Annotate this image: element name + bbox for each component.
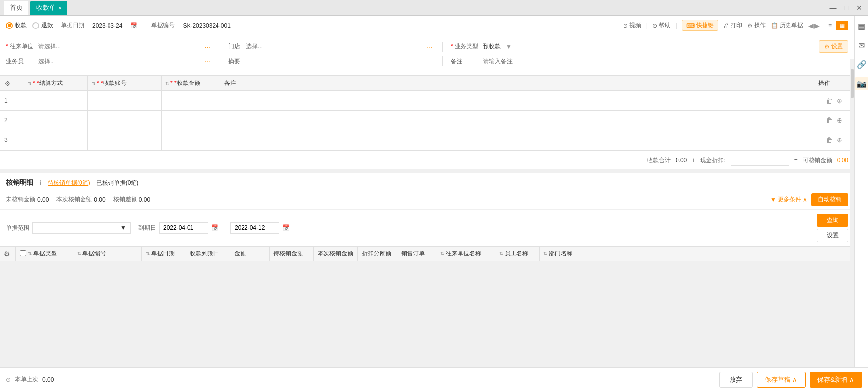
- tab-close-icon[interactable]: ×: [58, 5, 61, 11]
- main-content: 收款 退款 单据日期 2023-03-24 📅 单据编号 SK-20230324…: [0, 16, 854, 285]
- section-divider: [0, 169, 854, 173]
- row-3-copy-icon[interactable]: ⊕: [836, 135, 843, 145]
- row-3-account[interactable]: [88, 130, 162, 150]
- this-amount-item: 本次核销金额 0.00: [56, 196, 105, 204]
- note-input[interactable]: [480, 57, 848, 66]
- row-3-actions: 🗑 ⊕: [814, 130, 854, 150]
- unverified-value: 0.00: [37, 196, 49, 203]
- table-settings-gear[interactable]: ⚙: [4, 80, 11, 87]
- staff-name-label: 员工名称: [505, 250, 528, 257]
- doc-date-sort: ⇅: [146, 251, 150, 256]
- row-1-amount[interactable]: [162, 91, 220, 110]
- due-date-label: 到期日: [138, 224, 156, 232]
- row-1-settlement[interactable]: [24, 91, 88, 110]
- row-2-settlement[interactable]: [24, 111, 88, 130]
- calendar-icon[interactable]: 📅: [130, 22, 137, 29]
- bth-pending-amount: 待核销金额: [270, 247, 314, 261]
- scrollbar-thumb[interactable]: [851, 69, 854, 98]
- row-2-delete-icon[interactable]: 🗑: [825, 115, 834, 125]
- next-arrow[interactable]: ▶: [814, 22, 820, 29]
- row-3-note[interactable]: [220, 130, 814, 150]
- shortcut-btn[interactable]: ⌨ 快捷键: [682, 20, 718, 31]
- settings-gear-icon: ⚙: [824, 43, 830, 50]
- maximize-btn[interactable]: □: [842, 3, 850, 13]
- receipt-type-group: 收款 退款: [6, 21, 53, 29]
- table-row: 2 🗑 ⊕: [0, 111, 854, 130]
- row-2-note[interactable]: [220, 111, 814, 130]
- row-1-copy-icon[interactable]: ⊕: [836, 96, 843, 106]
- email-sidebar-icon[interactable]: ✉: [856, 39, 867, 52]
- business-type-label: 业务类型: [451, 42, 480, 51]
- separator2: |: [676, 22, 677, 29]
- receipt-radio-label: 收款: [15, 21, 27, 29]
- refund-radio[interactable]: 退款: [32, 21, 53, 29]
- summary-input[interactable]: [243, 57, 434, 66]
- operation-link[interactable]: ⚙ 操作: [747, 21, 766, 29]
- auto-verify-btn[interactable]: 自动核销: [811, 193, 848, 206]
- close-btn[interactable]: ✕: [854, 3, 864, 13]
- table-row: 3 🗑 ⊕: [0, 130, 854, 150]
- counterpart-more-icon[interactable]: ···: [202, 43, 212, 51]
- print-link[interactable]: 🖨 打印: [723, 21, 742, 29]
- print-icon: 🖨: [723, 22, 729, 29]
- calendar-from-icon[interactable]: 📅: [211, 224, 218, 231]
- divider2: [442, 42, 443, 52]
- pending-tab[interactable]: 待核销单据(0笔): [48, 179, 90, 187]
- table-sidebar-icon[interactable]: ▤: [856, 20, 867, 33]
- shortcut-icon: ⌨: [686, 22, 695, 29]
- store-more-icon[interactable]: ···: [425, 43, 434, 51]
- dept-sort: ⇅: [543, 251, 547, 256]
- equals-sign: =: [794, 157, 798, 164]
- bth-due-date: 收款到期日: [186, 247, 230, 261]
- date-from-input[interactable]: [159, 222, 208, 234]
- row-3-delete-icon[interactable]: 🗑: [825, 135, 834, 145]
- settings-button[interactable]: ⚙ 设置: [819, 40, 848, 53]
- list-view-btn[interactable]: ≡: [825, 21, 835, 30]
- row-2-copy-icon[interactable]: ⊕: [836, 115, 843, 125]
- business-type-dropdown[interactable]: ▼: [506, 43, 512, 50]
- tab-home[interactable]: 首页: [4, 1, 28, 15]
- store-input[interactable]: [243, 42, 425, 51]
- range-select[interactable]: ▼: [32, 222, 131, 234]
- row-3-amount[interactable]: [162, 130, 220, 150]
- video-link[interactable]: ⊙ 视频: [623, 21, 641, 29]
- receipt-radio[interactable]: 收款: [6, 21, 27, 29]
- staff-more-icon[interactable]: ···: [202, 57, 212, 65]
- row-2-account[interactable]: [88, 111, 162, 130]
- total-label: 收款合计: [647, 156, 671, 165]
- more-conditions-btn[interactable]: ▼ 更多条件 ∧: [770, 196, 807, 204]
- diff-item: 核销差额 0.00: [113, 196, 150, 204]
- help-link[interactable]: ⊙ 帮助: [652, 21, 671, 29]
- calendar-to-icon[interactable]: 📅: [282, 224, 290, 231]
- bth-checkbox[interactable]: [16, 247, 24, 261]
- row-3-settlement[interactable]: [24, 130, 88, 150]
- filter-settings-btn[interactable]: 设置: [817, 229, 848, 242]
- counterpart-input[interactable]: [35, 42, 202, 51]
- grid-view-btn[interactable]: ▦: [836, 21, 848, 30]
- verification-header: 核销明细 ℹ 待核销单据(0笔) 已核销单据(0笔): [0, 173, 854, 190]
- row-2-amount[interactable]: [162, 111, 220, 130]
- pending-amount-label: 待核销金额: [273, 250, 303, 257]
- date-to-input[interactable]: [230, 222, 279, 234]
- query-btn[interactable]: 查询: [817, 214, 848, 227]
- row-1-note[interactable]: [220, 91, 814, 110]
- row-1-account[interactable]: [88, 91, 162, 110]
- print-label: 打印: [731, 21, 742, 29]
- row-1-delete-icon[interactable]: 🗑: [825, 96, 834, 106]
- gear-icon[interactable]: ⚙: [4, 250, 10, 258]
- receipt-table: ⚙ ⇅ *结算方式 ⇅ *收款账号 ⇅ *收款金额 备注 操作 1: [0, 76, 854, 150]
- prev-arrow[interactable]: ◀: [808, 22, 814, 29]
- tab-bar: 首页 收款单 × — □ ✕: [0, 0, 868, 16]
- verified-tab[interactable]: 已核销单据(0笔): [96, 179, 139, 187]
- staff-input[interactable]: [35, 57, 202, 66]
- minimize-btn[interactable]: —: [828, 3, 839, 13]
- verification-info-icon[interactable]: ℹ: [39, 179, 42, 187]
- scrollbar-area[interactable]: [850, 59, 854, 285]
- bth-doc-num: ⇅ 单据编号: [73, 247, 142, 261]
- camera-sidebar-icon[interactable]: 📷: [855, 77, 868, 90]
- tab-receipt[interactable]: 收款单 ×: [30, 1, 67, 15]
- history-link[interactable]: 📋 历史单据: [771, 21, 803, 29]
- th-note: 备注: [220, 76, 814, 90]
- discount-input[interactable]: [731, 155, 789, 166]
- link-sidebar-icon[interactable]: 🔗: [855, 58, 868, 71]
